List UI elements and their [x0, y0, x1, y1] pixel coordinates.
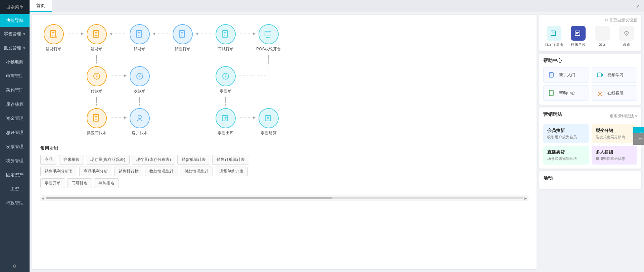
sidebar-item-retail[interactable]: 零售管理▼: [0, 27, 30, 41]
svg-rect-19: [265, 31, 271, 36]
settings-icon: ⚙: [619, 26, 634, 41]
help-center-link[interactable]: 帮助中心: [543, 85, 589, 101]
main-area: 首页 ⤢ 进货订单: [30, 0, 644, 272]
qa-partners[interactable]: 往来单位: [567, 26, 589, 47]
flow-node-purchase[interactable]: 进货单: [83, 24, 110, 52]
mkt-group[interactable]: 多人拼团 拼团购物享受优惠: [592, 146, 637, 165]
tabbar: 首页 ⤢: [30, 0, 644, 12]
btn-store-rank[interactable]: 门店排名: [67, 178, 92, 188]
btn-sales-profit[interactable]: 销售毛利分析表: [40, 167, 77, 176]
mkt-member[interactable]: 会员拉新 吸引用户成为会员: [543, 124, 589, 143]
arrow-1: [68, 34, 82, 34]
help-beginner[interactable]: 新手入门: [543, 67, 589, 83]
horizontal-scrollbar[interactable]: ◀ ▶: [40, 195, 528, 201]
sidebar-item-tax[interactable]: 税务管理: [0, 154, 30, 168]
flow-node-retail[interactable]: ¥ 零售单: [212, 66, 239, 94]
help-center-section: 帮助中心 新手入门 视频学习: [539, 54, 641, 105]
help-items-grid: 新手入门 视频学习 帮助中心: [543, 67, 637, 101]
quick-access-section: ⚙ 首页自定义设置 现金流量表 往来单位: [539, 15, 641, 51]
svg-rect-22: [266, 33, 267, 33]
btn-sales-rank[interactable]: 销售排行榜: [114, 167, 143, 176]
beginner-icon: [547, 70, 556, 80]
flow-node-retail-outbound[interactable]: 零售出库: [212, 108, 239, 136]
btn-guide-rank[interactable]: 导购排名: [94, 178, 119, 188]
scroll-left-icon[interactable]: ◀: [42, 196, 44, 200]
arrow-accounts: [111, 118, 125, 118]
right-panel: ⚙ 首页自定义设置 现金流量表 往来单位: [537, 12, 644, 272]
btn-stock-dist[interactable]: 现存量(库存分布表): [132, 155, 175, 165]
sidebar-item-invoice[interactable]: 发票管理: [0, 140, 30, 154]
arrow-5: [240, 34, 254, 34]
flow-node-purchase-order[interactable]: 进货订单: [40, 24, 67, 52]
btn-stock-status[interactable]: 现存量(库存状况表): [86, 155, 130, 165]
sidebar-item-ecommerce-small[interactable]: 小畅电商: [0, 55, 30, 69]
help-video[interactable]: 视频学习: [592, 67, 637, 83]
sidebar-search[interactable]: 搜索菜单: [0, 0, 30, 14]
help-doc-icon: [547, 88, 556, 98]
flow-node-payment[interactable]: ¥ 付款单: [83, 66, 110, 94]
sidebar-quicknav[interactable]: 快捷导航: [0, 14, 30, 27]
none-icon: [595, 26, 610, 41]
arrow-down-retail: [224, 97, 227, 107]
btn-sales-order-stats[interactable]: 销售订单统计表: [212, 155, 249, 165]
common-functions-row1: 商品 往来单位 现存量(库存状况表) 现存量(库存分布表) 销货单统计表 销售订…: [40, 155, 528, 165]
qa-cashflow[interactable]: 现金流量表: [543, 26, 565, 47]
flow-node-sales-order[interactable]: 销售订单: [169, 24, 196, 52]
video-icon: [595, 70, 605, 80]
mkt-distribution[interactable]: 裂变分销 裂变式发展分销商: [592, 124, 637, 143]
scroll-track[interactable]: [46, 197, 523, 199]
more-marketing-link[interactable]: 更多营销玩法 >: [610, 114, 637, 119]
qa-none: 暂无: [592, 26, 613, 47]
flow-node-receipt[interactable]: ¥ 收款单: [126, 66, 153, 94]
left-panel: 进货订单 进货单 销货单: [32, 15, 537, 269]
mkt-live[interactable]: 直播卖货 场景式购物新玩法: [543, 146, 589, 165]
sidebar-item-admin[interactable]: 行政管理: [0, 196, 30, 210]
sidebar-item-fixed-assets[interactable]: 固定资产: [0, 168, 30, 182]
sidebar-item-general-ledger[interactable]: 总账管理: [0, 126, 30, 140]
common-functions-section: 常用功能 商品 往来单位 现存量(库存状况表) 现存量(库存分布表) 销货单统计…: [38, 145, 531, 194]
svg-rect-23: [268, 33, 269, 33]
flow-node-customer-account[interactable]: 客户账本: [126, 108, 153, 136]
scroll-thumb: [46, 197, 332, 199]
btn-sales-stats[interactable]: 销货单统计表: [177, 155, 210, 165]
sidebar-item-finance[interactable]: 资金管理: [0, 111, 30, 126]
btn-purchase-stats[interactable]: 进货单统计表: [215, 167, 248, 176]
flow-row-3: 供应商账本 客户账本: [40, 108, 528, 136]
btn-goods[interactable]: 商品: [40, 155, 57, 165]
qa-settings[interactable]: ⚙ 设置: [616, 26, 637, 47]
flow-node-sales[interactable]: 销货单: [126, 24, 153, 52]
sidebar-item-ecommerce[interactable]: 电商管理: [0, 69, 30, 83]
arrow-2: [111, 34, 125, 34]
svg-text:¥: ¥: [267, 116, 269, 120]
btn-receipt-stats[interactable]: 收款情况统计: [145, 167, 178, 176]
marketing-grid: 会员拉新 吸引用户成为会员 裂变分销 裂变式发展分销商 直播卖货 场景式购物新玩…: [543, 124, 637, 165]
sidebar-item-purchase[interactable]: 采购管理: [0, 83, 30, 97]
btn-payment-stats[interactable]: 付款情况统计: [180, 167, 213, 176]
flow-node-supplier-account[interactable]: 供应商账本: [83, 108, 110, 136]
btn-goods-profit[interactable]: 商品毛利分析: [79, 167, 112, 176]
marketing-header: 营销玩法 更多营销玩法 >: [543, 111, 637, 121]
help-online-support[interactable]: 在线客服: [592, 85, 637, 101]
customize-settings-link[interactable]: ⚙ 首页自定义设置: [543, 17, 637, 23]
customer-service-btn[interactable]: 客服热线: [633, 127, 644, 133]
svg-rect-50: [597, 73, 601, 77]
arrow-retail-settle: [240, 118, 254, 118]
flow-node-pos[interactable]: POS收银开台: [255, 24, 282, 52]
sidebar: 搜索菜单 快捷导航 零售管理▼ 批发管理▼ 小畅电商 电商管理 采购管理 库存核…: [0, 0, 30, 272]
window-maximize-icon[interactable]: ⤢: [632, 3, 644, 9]
sidebar-settings-button[interactable]: ⚙: [0, 260, 30, 272]
service-community-btn[interactable]: 服务社区: [633, 133, 644, 139]
flow-row-1: 进货订单 进货单 销货单: [40, 24, 528, 52]
flow-node-mall-order[interactable]: 商城订单: [212, 24, 239, 52]
btn-retail-order[interactable]: 零售开单: [40, 178, 65, 188]
sidebar-item-salary[interactable]: 工资: [0, 182, 30, 196]
btn-partners[interactable]: 往来单位: [59, 155, 84, 165]
tab-home[interactable]: 首页: [30, 0, 52, 12]
svg-text:¥: ¥: [138, 74, 141, 79]
sidebar-item-inventory[interactable]: 库存核算: [0, 97, 30, 111]
flow-node-retail-settle[interactable]: ¥ 零售结算: [255, 108, 282, 136]
sidebar-item-wholesale[interactable]: 批发管理▼: [0, 41, 30, 55]
desktop-shortcut-btn[interactable]: 桌面快捷: [633, 139, 644, 145]
marketing-title: 营销玩法: [543, 111, 562, 118]
scroll-right-icon[interactable]: ▶: [524, 196, 527, 200]
